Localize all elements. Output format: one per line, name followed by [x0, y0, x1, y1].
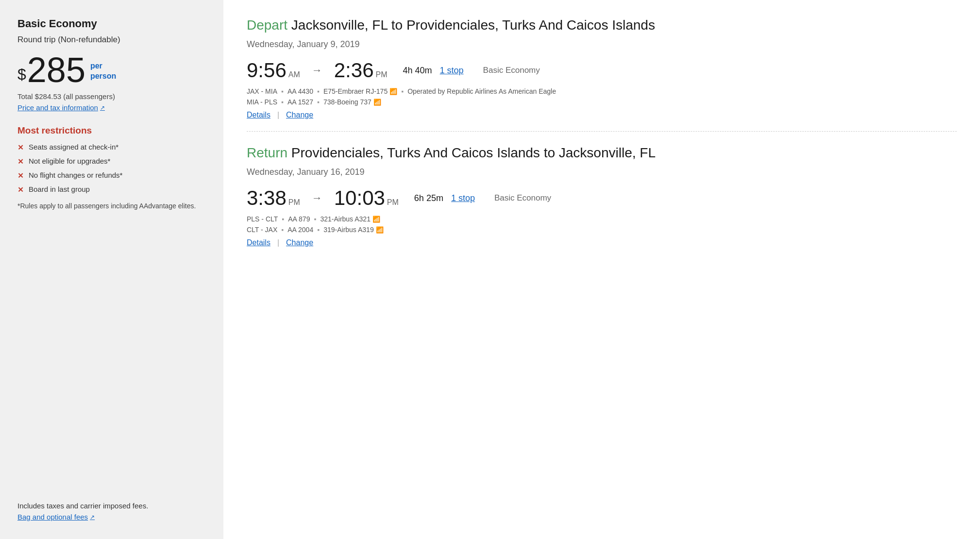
return-route: Providenciales, Turks And Caicos Islands…: [291, 145, 656, 160]
bag-fees-external-icon: ↗: [90, 514, 95, 521]
depart-duration: 4h 40m: [403, 66, 432, 76]
return-duration: 6h 25m: [414, 193, 443, 203]
depart-leg1-details: JAX - MIA ▪ AA 4430 ▪ E75-Embraer RJ-175…: [247, 87, 957, 95]
return-details-link[interactable]: Details: [247, 238, 270, 247]
return-leg1-aircraft: 321-Airbus A321: [320, 215, 371, 223]
restriction-text-4: Board in last group: [29, 185, 90, 193]
return-leg1-route: PLS - CLT: [247, 215, 278, 223]
depart-word: Depart: [247, 17, 287, 33]
return-leg1-details: PLS - CLT ▪ AA 879 ▪ 321-Airbus A321 📶: [247, 215, 957, 223]
depart-change-link[interactable]: Change: [286, 111, 313, 119]
dot5: ▪: [317, 98, 320, 106]
price-dollar-sign: $: [17, 66, 26, 87]
depart-header: Depart Jacksonville, FL to Providenciale…: [247, 16, 957, 34]
dot1: ▪: [281, 87, 284, 95]
return-leg2-aircraft: 319-Airbus A319: [323, 226, 374, 234]
return-fare-class: Basic Economy: [494, 193, 551, 203]
return-leg2-route: CLT - JAX: [247, 226, 277, 234]
dot2: ▪: [317, 87, 320, 95]
depart-leg2-details: MIA - PLS ▪ AA 1527 ▪ 738-Boeing 737 📶: [247, 98, 957, 106]
depart-leg2-route: MIA - PLS: [247, 98, 277, 106]
return-arrive-time-ampm: PM: [387, 198, 399, 207]
depart-time-value: 9:56: [247, 60, 287, 81]
arrive-time-block: 2:36 PM: [334, 60, 388, 81]
price-per-person: perperson: [90, 61, 116, 82]
wifi-icon-4: 📶: [376, 226, 384, 234]
return-word: Return: [247, 145, 287, 160]
restriction-item-2: ✕ Not eligible for upgrades*: [17, 157, 208, 166]
section-divider: [247, 131, 957, 132]
return-arrow-icon: →: [312, 192, 322, 204]
return-header: Return Providenciales, Turks And Caicos …: [247, 143, 957, 162]
depart-stops-link[interactable]: 1 stop: [440, 66, 464, 76]
depart-time-block: 9:56 AM: [247, 60, 300, 81]
wifi-icon-1: 📶: [389, 88, 397, 95]
depart-section: Depart Jacksonville, FL to Providenciale…: [247, 16, 957, 119]
depart-time-ampm: AM: [288, 70, 300, 79]
dot4: ▪: [281, 98, 284, 106]
depart-details-link[interactable]: Details: [247, 111, 270, 119]
trip-type: Round trip (Non-refundable): [17, 35, 208, 45]
depart-duration-stops: 4h 40m 1 stop: [403, 66, 464, 76]
restriction-text-3: No flight changes or refunds*: [29, 171, 122, 179]
x-icon-2: ✕: [17, 157, 24, 166]
return-leg2-details: CLT - JAX ▪ AA 2004 ▪ 319-Airbus A319 📶: [247, 226, 957, 234]
depart-arrow-icon: →: [312, 64, 322, 77]
depart-leg2-flight: AA 1527: [287, 98, 313, 106]
depart-leg2-aircraft: 738-Boeing 737: [323, 98, 372, 106]
restriction-item-4: ✕ Board in last group: [17, 185, 208, 194]
depart-route: Jacksonville, FL to Providenciales, Turk…: [291, 17, 655, 33]
return-change-link[interactable]: Change: [286, 238, 313, 247]
arrive-time-ampm: PM: [376, 70, 388, 79]
restriction-text-2: Not eligible for upgrades*: [29, 157, 110, 165]
depart-date: Wednesday, January 9, 2019: [247, 39, 957, 50]
return-arrive-time-value: 10:03: [334, 188, 385, 208]
x-icon-3: ✕: [17, 171, 24, 180]
dot9: ▪: [317, 226, 320, 234]
external-link-icon: ↗: [100, 104, 105, 111]
dot8: ▪: [281, 226, 284, 234]
return-duration-stops: 6h 25m 1 stop: [414, 193, 475, 203]
bag-fees-link[interactable]: Bag and optional fees ↗: [17, 513, 95, 521]
return-depart-time-value: 3:38: [247, 188, 287, 208]
dot6: ▪: [282, 215, 284, 223]
price-amount: 285: [27, 52, 85, 87]
return-actions: Details | Change: [247, 238, 957, 247]
sidebar: Basic Economy Round trip (Non-refundable…: [0, 0, 223, 539]
wifi-icon-2: 📶: [373, 99, 381, 106]
wifi-icon-3: 📶: [372, 216, 380, 223]
return-arrive-time-block: 10:03 PM: [334, 188, 399, 208]
return-leg2-flight: AA 2004: [287, 226, 313, 234]
return-stops-link[interactable]: 1 stop: [451, 193, 475, 203]
return-date: Wednesday, January 16, 2019: [247, 167, 957, 177]
depart-leg1-aircraft: E75-Embraer RJ-175: [323, 87, 388, 95]
main-content: Depart Jacksonville, FL to Providenciale…: [223, 0, 980, 539]
sidebar-footer: Includes taxes and carrier imposed fees.…: [17, 490, 208, 522]
price-info-link[interactable]: Price and tax information ↗: [17, 103, 208, 112]
dot3: ▪: [401, 87, 404, 95]
restriction-item-1: ✕ Seats assigned at check-in*: [17, 143, 208, 152]
restrictions-note: *Rules apply to all passengers including…: [17, 201, 208, 211]
pipe-separator-2: |: [277, 238, 279, 247]
depart-leg1-route: JAX - MIA: [247, 87, 277, 95]
depart-leg1-flight: AA 4430: [287, 87, 313, 95]
depart-times-row: 9:56 AM → 2:36 PM 4h 40m 1 stop Basic Ec…: [247, 60, 957, 81]
x-icon-1: ✕: [17, 143, 24, 152]
arrive-time-value: 2:36: [334, 60, 374, 81]
return-depart-time-ampm: PM: [288, 198, 300, 207]
depart-fare-class: Basic Economy: [483, 66, 540, 75]
restriction-text-1: Seats assigned at check-in*: [29, 143, 118, 151]
sidebar-title: Basic Economy: [17, 17, 208, 30]
pipe-separator-1: |: [277, 111, 279, 119]
taxes-note: Includes taxes and carrier imposed fees.: [17, 502, 208, 510]
dot7: ▪: [314, 215, 316, 223]
depart-leg1-operated: Operated by Republic Airlines As America…: [407, 87, 556, 95]
price-row: $ 285 perperson: [17, 52, 208, 87]
restriction-item-3: ✕ No flight changes or refunds*: [17, 171, 208, 180]
total-price: Total $284.53 (all passengers): [17, 92, 208, 101]
return-section: Return Providenciales, Turks And Caicos …: [247, 143, 957, 247]
return-leg1-flight: AA 879: [288, 215, 310, 223]
depart-actions: Details | Change: [247, 111, 957, 119]
return-depart-time-block: 3:38 PM: [247, 188, 300, 208]
x-icon-4: ✕: [17, 185, 24, 194]
